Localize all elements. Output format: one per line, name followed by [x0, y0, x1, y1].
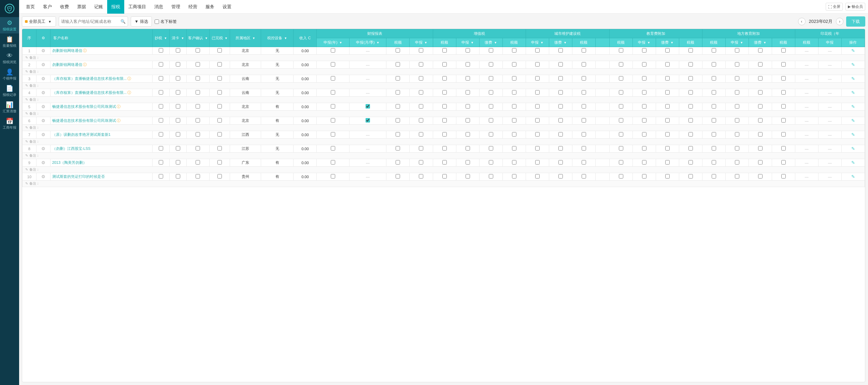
row-gear-icon[interactable]: ⚙ [41, 76, 45, 81]
jy-input-3[interactable] [688, 118, 693, 123]
zjs-input-1[interactable] [466, 132, 470, 137]
cs-input-1[interactable] [558, 62, 563, 67]
cb-year-input[interactable] [331, 118, 335, 123]
edit-icon[interactable]: ✎ [851, 174, 855, 179]
jy-input-2[interactable] [665, 90, 670, 95]
zjs-input-2[interactable] [489, 90, 493, 95]
jy-input-0[interactable] [619, 104, 623, 109]
jy-input-2[interactable] [665, 62, 670, 67]
jy-input-3[interactable] [688, 76, 693, 81]
edit-icon[interactable]: ✎ [851, 48, 855, 53]
nav-records[interactable]: 记账 [90, 0, 107, 14]
cb-year-input[interactable] [331, 146, 335, 151]
jy-input-2[interactable] [665, 146, 670, 151]
jy-input-2[interactable] [665, 48, 670, 53]
cell-name[interactable]: 测试斯套的凭证打印的时候是否 [50, 173, 152, 181]
df-input-2[interactable] [758, 104, 763, 109]
zjs-input-3[interactable] [512, 76, 516, 81]
cell-name[interactable]: 畅捷通信息技术股份有限公司民珠测试ⓘ [50, 103, 152, 111]
zjs-input-2[interactable] [489, 160, 493, 165]
cb-declare-input[interactable] [419, 146, 423, 151]
cell-name[interactable]: 勿删新锐网络通信ⓘ [50, 61, 152, 69]
cb-declare-input[interactable] [419, 104, 423, 109]
cell-tax-copy-input[interactable] [159, 174, 163, 179]
fullscreen-button[interactable]: ⛶ 全屏 [826, 3, 843, 11]
f-icon11[interactable]: ▼ [763, 41, 766, 44]
cell-tax-copy-input[interactable] [159, 90, 163, 95]
row-gear-icon[interactable]: ⚙ [41, 62, 45, 67]
vip-button[interactable]: ▶ 畅会员 [845, 3, 865, 11]
edit-icon[interactable]: ✎ [851, 76, 855, 81]
f-icon5[interactable]: ▼ [494, 41, 497, 44]
zjs-input-0[interactable] [442, 48, 447, 53]
settings-icon[interactable]: ⚙ [42, 36, 45, 40]
zjs-input-0[interactable] [442, 118, 447, 123]
zjs-input-3[interactable] [512, 104, 516, 109]
cb-declare-input[interactable] [419, 118, 423, 123]
jy-input-0[interactable] [619, 48, 623, 53]
nav-settings[interactable]: 设置 [218, 0, 236, 14]
cs-input-2[interactable] [582, 146, 586, 151]
df-input-0[interactable] [712, 62, 716, 67]
cb-declare-input[interactable] [419, 174, 423, 179]
jy-input-0[interactable] [619, 90, 623, 95]
filter-arrow-icon[interactable]: ▼ [164, 37, 167, 40]
nav-industry[interactable]: 工商项目 [124, 0, 150, 14]
zjs-input-2[interactable] [489, 104, 493, 109]
f-icon10[interactable]: ▼ [740, 41, 743, 44]
df-input-3[interactable] [781, 62, 786, 67]
jy-input-0[interactable] [619, 118, 623, 123]
cs-input-2[interactable] [582, 76, 586, 81]
zjs-input-3[interactable] [512, 90, 516, 95]
df-input-1[interactable] [735, 90, 739, 95]
cell-swipe-input[interactable] [176, 90, 180, 95]
cell-confirm-input[interactable] [196, 146, 200, 151]
cs-input-2[interactable] [582, 62, 586, 67]
name-tag-checkbox[interactable]: 名下标签 [155, 19, 177, 25]
cell-tax-copy-input[interactable] [159, 146, 163, 151]
filter-arrow-icon5[interactable]: ▼ [252, 37, 255, 40]
cell-confirm-input[interactable] [196, 118, 200, 123]
df-input-3[interactable] [781, 90, 786, 95]
cs-input-1[interactable] [558, 48, 563, 53]
jy-input-1[interactable] [642, 90, 646, 95]
cell-confirm-input[interactable] [196, 90, 200, 95]
df-input-0[interactable] [712, 132, 716, 137]
df-input-0[interactable] [712, 48, 716, 53]
cb-year-input[interactable] [331, 104, 335, 109]
cell-tax-copy-input[interactable] [159, 48, 163, 53]
nav-message[interactable]: 消息 [150, 0, 167, 14]
cell-name[interactable]: （库存核算）直播畅捷通信息技术股份有限...ⓘ [50, 75, 152, 83]
search-icon[interactable]: 🔍 [120, 19, 126, 24]
sidebar-item-summary[interactable]: 📊 汇算清缴 [0, 99, 19, 115]
df-input-1[interactable] [735, 76, 739, 81]
edit-icon[interactable]: ✎ [851, 62, 855, 67]
next-month-button[interactable]: › [836, 18, 843, 25]
cs-input-1[interactable] [558, 174, 563, 179]
df-input-2[interactable] [758, 62, 763, 67]
cb-tax-input[interactable] [396, 48, 400, 53]
df-input-2[interactable] [758, 132, 763, 137]
zjs-input-2[interactable] [489, 132, 493, 137]
zjs-input-2[interactable] [489, 62, 493, 67]
jy-input-1[interactable] [642, 174, 646, 179]
cell-confirm-input[interactable] [196, 132, 200, 137]
filter-arrow-icon6[interactable]: ▼ [284, 37, 287, 40]
cs-input-1[interactable] [558, 132, 563, 137]
zjs-input-1[interactable] [466, 146, 470, 151]
cb-tax-input[interactable] [396, 62, 400, 67]
jy-input-1[interactable] [642, 118, 646, 123]
cb-tax-input[interactable] [396, 174, 400, 179]
cb-declare-input[interactable] [419, 48, 423, 53]
df-input-1[interactable] [735, 48, 739, 53]
zjs-input-0[interactable] [442, 146, 447, 151]
cb-year-input[interactable] [331, 76, 335, 81]
zjs-input-1[interactable] [466, 76, 470, 81]
cs-input-2[interactable] [582, 104, 586, 109]
df-input-3[interactable] [781, 76, 786, 81]
f-icon[interactable]: ▼ [339, 41, 342, 44]
f-icon4[interactable]: ▼ [471, 41, 474, 44]
cb-year-input[interactable] [331, 132, 335, 137]
zjs-input-1[interactable] [466, 160, 470, 165]
cs-input-0[interactable] [535, 90, 540, 95]
